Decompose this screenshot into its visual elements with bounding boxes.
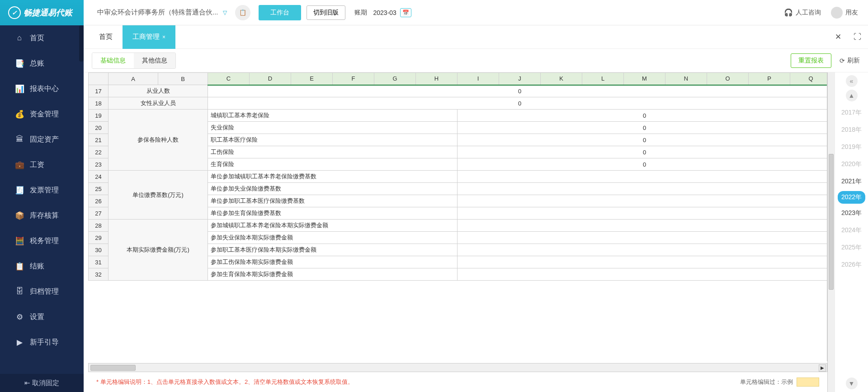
row-header[interactable]: 25 [89, 183, 108, 195]
sidebar-item[interactable]: 📑总账 [0, 51, 84, 76]
section-cell[interactable]: 参保各险种人数 [108, 110, 208, 171]
value-cell[interactable]: 0 [458, 134, 828, 146]
sidebar-item[interactable]: 💰资金管理 [0, 101, 84, 127]
desc-cell[interactable]: 生育保险 [208, 158, 458, 171]
page-tab[interactable]: 工商管理× [123, 25, 175, 49]
year-item[interactable]: 2021年 [835, 173, 868, 190]
sidebar-item[interactable]: ▶新手引导 [0, 330, 84, 355]
section-cell[interactable]: 单位缴费基数(万元) [108, 171, 208, 220]
support-link[interactable]: 🎧 人工咨询 [784, 8, 821, 17]
desc-cell[interactable]: 工伤保险 [208, 146, 458, 158]
clipboard-icon-button[interactable]: 📋 [235, 5, 250, 20]
row-header[interactable]: 20 [89, 122, 108, 134]
col-header[interactable]: C [208, 73, 250, 85]
value-cell[interactable] [458, 220, 828, 232]
sidebar-item[interactable]: 🧮税务管理 [0, 228, 84, 253]
year-item[interactable]: 2022年 [838, 191, 865, 204]
col-header[interactable]: F [333, 73, 374, 85]
desc-cell[interactable]: 单位参加失业保险缴费基数 [208, 183, 458, 195]
refresh-button[interactable]: ⟳ 刷新 [840, 57, 860, 65]
row-header[interactable]: 29 [89, 232, 108, 244]
year-item[interactable]: 2024年 [835, 222, 868, 239]
value-cell[interactable]: 0 [458, 122, 828, 134]
year-item[interactable]: 2018年 [835, 121, 868, 139]
desc-cell[interactable]: 职工基本医疗保险 [208, 134, 458, 146]
col-header[interactable]: G [374, 73, 416, 85]
desc-cell[interactable]: 参加生育保险本期实际缴费金额 [208, 268, 458, 281]
year-item[interactable]: 2017年 [835, 104, 868, 121]
close-tab-button[interactable]: ✕ [832, 31, 844, 43]
row-header[interactable]: 22 [89, 146, 108, 158]
value-cell[interactable] [458, 171, 828, 183]
row-header[interactable]: 19 [89, 110, 108, 122]
unpin-sidebar-button[interactable]: ⇤ 取消固定 [0, 374, 84, 392]
col-header[interactable]: Q [790, 73, 828, 85]
sidebar-item[interactable]: 🏛固定资产 [0, 127, 84, 152]
desc-cell[interactable]: 城镇职工基本养老保险 [208, 110, 458, 122]
horizontal-scrollbar[interactable]: ▶ [88, 363, 827, 372]
company-selector[interactable]: 中审众环会计师事务所（特殊普通合伙... ▽ [97, 8, 227, 17]
sidebar-item[interactable]: 📊报表中心 [0, 76, 84, 101]
sub-tab[interactable]: 基础信息 [92, 53, 134, 68]
col-header[interactable]: B [158, 73, 208, 85]
value-cell[interactable] [458, 183, 828, 195]
vertical-scrollbar-thumb[interactable] [829, 154, 834, 290]
corner-cell[interactable] [89, 73, 108, 85]
year-scroll-up-button[interactable]: ▲ [846, 90, 858, 101]
year-item[interactable]: 2019年 [835, 139, 868, 156]
switch-old-version-button[interactable]: 切到旧版 [307, 5, 345, 20]
row-header[interactable]: 28 [89, 220, 108, 232]
row-header[interactable]: 32 [89, 268, 108, 281]
col-header[interactable]: D [250, 73, 291, 85]
col-header[interactable]: I [458, 73, 499, 85]
col-header[interactable]: A [108, 73, 158, 85]
value-cell[interactable]: 0 [208, 85, 828, 97]
desc-cell[interactable]: 单位参加生育保险缴费基数 [208, 207, 458, 220]
col-header[interactable]: J [499, 73, 541, 85]
value-cell[interactable]: 0 [458, 110, 828, 122]
col-header[interactable]: H [416, 73, 458, 85]
sidebar-item[interactable]: 💼工资 [0, 152, 84, 177]
fullscreen-button[interactable]: ⛶ [851, 31, 863, 43]
sub-tab[interactable]: 其他信息 [134, 53, 175, 68]
row-header[interactable]: 24 [89, 171, 108, 183]
desc-cell[interactable]: 参加职工基本医疗保险本期实际缴费金额 [208, 244, 458, 256]
sidebar-item[interactable]: ⚙设置 [0, 304, 84, 330]
desc-cell[interactable]: 参加失业保险本期实际缴费金额 [208, 232, 458, 244]
page-tab[interactable]: 首页 [89, 25, 123, 49]
spreadsheet-grid[interactable]: ABCDEFGHIJKLMNOPQ17从业人数018女性从业人员019参保各险种… [88, 72, 827, 361]
row-header[interactable]: 18 [89, 97, 108, 110]
year-item[interactable]: 2020年 [835, 156, 868, 173]
row-header[interactable]: 17 [89, 85, 108, 97]
sidebar-item[interactable]: 📋结账 [0, 253, 84, 279]
desc-cell[interactable]: 参加工伤保险本期实际缴费金额 [208, 256, 458, 268]
col-header[interactable]: L [582, 73, 624, 85]
vertical-scrollbar[interactable] [827, 72, 835, 392]
col-header[interactable]: M [624, 73, 665, 85]
section-cell[interactable]: 女性从业人员 [108, 97, 208, 110]
col-header[interactable]: K [541, 73, 582, 85]
year-collapse-button[interactable]: « [846, 75, 858, 87]
row-header[interactable]: 31 [89, 256, 108, 268]
value-cell[interactable]: 0 [208, 97, 828, 110]
user-menu[interactable]: 用友 [831, 7, 858, 19]
value-cell[interactable] [458, 207, 828, 220]
value-cell[interactable]: 0 [458, 146, 828, 158]
year-scroll-down-button[interactable]: ▼ [846, 378, 858, 389]
value-cell[interactable] [458, 256, 828, 268]
year-item[interactable]: 2025年 [835, 239, 868, 256]
scroll-right-arrow[interactable]: ▶ [819, 364, 826, 372]
sidebar-item[interactable]: 🗄归档管理 [0, 279, 84, 304]
value-cell[interactable] [458, 244, 828, 256]
value-cell[interactable]: 0 [458, 158, 828, 171]
value-cell[interactable] [458, 195, 828, 207]
col-header[interactable]: E [291, 73, 333, 85]
year-item[interactable]: 2026年 [835, 256, 868, 273]
row-header[interactable]: 27 [89, 207, 108, 220]
value-cell[interactable] [458, 232, 828, 244]
row-header[interactable]: 30 [89, 244, 108, 256]
calendar-icon[interactable]: 📅 [400, 8, 411, 17]
col-header[interactable]: P [749, 73, 790, 85]
col-header[interactable]: O [707, 73, 749, 85]
section-cell[interactable]: 从业人数 [108, 85, 208, 97]
